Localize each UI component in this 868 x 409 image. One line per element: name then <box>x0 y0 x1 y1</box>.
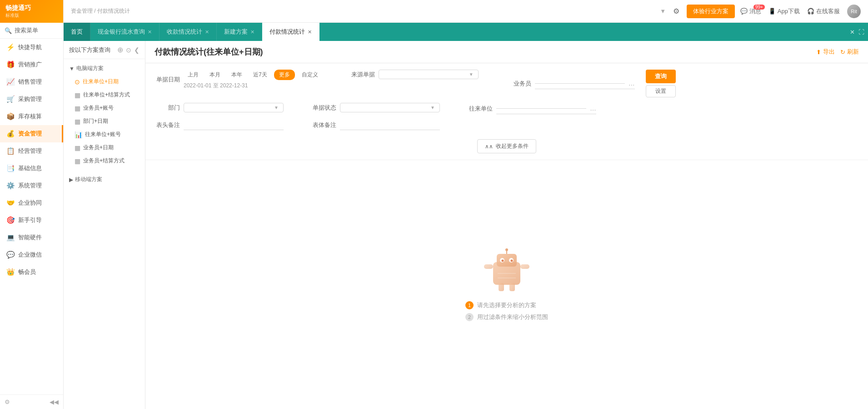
operation-icon: 📋 <box>6 147 15 155</box>
schema-unit-payment[interactable]: ▦ 往来单位+结算方式 <box>64 88 145 101</box>
export-label: 导出 <box>823 48 835 56</box>
schema-staff-payment[interactable]: ▦ 业务员+结算方式 <box>64 154 145 167</box>
header-note-label: 表头备注 <box>155 121 180 129</box>
tab-cashflow-label: 现金银行流水查询 <box>98 28 145 36</box>
counterpart-select[interactable]: … <box>496 103 596 114</box>
sidebar-item-enterprise[interactable]: 🤝 企业协同 <box>0 194 63 212</box>
tab-home[interactable]: 首页 <box>64 23 90 41</box>
filter-header-note: 表头备注 <box>155 120 284 130</box>
date-option-more[interactable]: 更多 <box>274 70 295 80</box>
nav-label: 资金管理 <box>18 130 42 138</box>
tab-payment-stat[interactable]: 收款情况统计 ✕ <box>160 23 217 41</box>
finance-icon: 💰 <box>6 130 15 138</box>
sidebar: 畅捷通巧 标准版 🔍 搜索菜单 ⚡ 快捷导航 🎁 营销推广 📈 销售管理 🛒 <box>0 0 64 409</box>
date-option-last-month[interactable]: 上月 <box>184 70 203 80</box>
settings-button[interactable]: 设置 <box>646 85 676 97</box>
tab-close-all-icon[interactable]: ✕ <box>850 29 855 35</box>
add-schema-icon[interactable]: ⊕ <box>117 45 123 54</box>
staff-select[interactable]: … <box>535 78 635 89</box>
sidebar-search[interactable]: 🔍 搜索菜单 <box>0 23 63 39</box>
tab-pay-stat-close[interactable]: ✕ <box>308 29 312 35</box>
filter-row-1: 单据日期 上月 本月 本年 近7天 更多 自定义 20 <box>155 70 859 97</box>
schema-icon-active: ⊙ <box>75 78 80 86</box>
header-right: 💬 消息 99+ 📱 App下载 🎧 在线客服 Rit <box>740 5 861 18</box>
schema-dept-date[interactable]: ▦ 部门+日期 <box>64 115 145 128</box>
tab-new-schema[interactable]: 新建方案 ✕ <box>217 23 262 41</box>
mobile-section-title[interactable]: ▶ 移动端方案 <box>64 173 145 186</box>
svg-rect-11 <box>509 283 515 291</box>
left-panel-header: 按以下方案查询 ⊕ ⊙ ❮ <box>64 41 145 59</box>
sidebar-item-member[interactable]: 👑 畅会员 <box>0 263 63 281</box>
sidebar-item-finance[interactable]: 💰 资金管理 <box>0 125 63 142</box>
content-area: 按以下方案查询 ⊕ ⊙ ❮ ▼ 电脑端方案 ⊙ 往来单位+日期 <box>64 41 868 409</box>
page-header-actions: ⬆ 导出 ↻ 刷新 <box>816 48 859 56</box>
logo-sub: 标准版 <box>5 12 31 19</box>
filter-body-note: 表体备注 <box>311 120 440 130</box>
schema-label: 业务员+账号 <box>83 104 114 112</box>
query-button[interactable]: 查询 <box>646 70 676 83</box>
header-note-input[interactable] <box>184 120 284 130</box>
date-option-this-month[interactable]: 本月 <box>205 70 224 80</box>
dept-select[interactable]: ▼ <box>184 103 284 112</box>
sidebar-item-operation[interactable]: 📋 经营管理 <box>0 142 63 160</box>
left-panel: 按以下方案查询 ⊕ ⊙ ❮ ▼ 电脑端方案 ⊙ 往来单位+日期 <box>64 41 145 409</box>
tab-payment-label: 收款情况统计 <box>167 28 202 36</box>
sidebar-item-purchase[interactable]: 🛒 采购管理 <box>0 91 63 108</box>
sidebar-item-quicknav[interactable]: ⚡ 快捷导航 <box>0 39 63 56</box>
schema-staff-date[interactable]: ▦ 业务员+日期 <box>64 141 145 154</box>
industry-btn[interactable]: 体验行业方案 <box>687 5 735 18</box>
export-btn[interactable]: ⬆ 导出 <box>816 48 835 56</box>
staff-dots-icon[interactable]: … <box>629 80 635 87</box>
tab-cashflow[interactable]: 现金银行流水查询 ✕ <box>90 23 160 41</box>
dropdown-arrow-icon[interactable]: ▼ <box>660 8 666 15</box>
settings-gear-icon[interactable]: ⚙ <box>673 7 679 15</box>
footer-settings-icon[interactable]: ⚙ <box>5 399 10 405</box>
sidebar-item-hardware[interactable]: 💻 智能硬件 <box>0 229 63 246</box>
schema-staff-account[interactable]: ▦ 业务员+账号 <box>64 101 145 115</box>
purchase-icon: 🛒 <box>6 95 15 103</box>
sidebar-item-sales[interactable]: 📈 销售管理 <box>0 73 63 91</box>
sidebar-item-system[interactable]: ⚙️ 系统管理 <box>0 177 63 194</box>
page-title: 付款情况统计(往来单位+日期) <box>155 46 263 57</box>
tab-expand-icon[interactable]: ⛶ <box>858 29 864 35</box>
tab-payment-close[interactable]: ✕ <box>205 29 209 35</box>
collapse-panel-icon[interactable]: ❮ <box>134 46 140 54</box>
schema-unit-date[interactable]: ⊙ 往来单位+日期 <box>64 75 145 88</box>
counterpart-dots-icon[interactable]: … <box>590 105 596 112</box>
app-label: App下载 <box>778 7 800 15</box>
tab-cashflow-close[interactable]: ✕ <box>148 29 152 35</box>
date-option-this-year[interactable]: 本年 <box>227 70 246 80</box>
settings-schema-icon[interactable]: ⊙ <box>126 46 131 54</box>
online-service-btn[interactable]: 🎧 在线客服 <box>807 7 840 15</box>
schema-label: 部门+日期 <box>83 117 108 125</box>
export-icon: ⬆ <box>816 49 821 56</box>
schema-icon: ▦ <box>75 91 80 99</box>
sidebar-item-wechat[interactable]: 💬 企业微信 <box>0 246 63 263</box>
footer-collapse-icon[interactable]: ◀◀ <box>50 399 59 405</box>
tab-pay-stat[interactable]: 付款情况统计 ✕ <box>262 23 319 41</box>
schema-unit-account[interactable]: 📊 往来单位+账号 <box>64 128 145 141</box>
app-download-btn[interactable]: 📱 App下载 <box>768 7 800 15</box>
collapse-btn[interactable]: ∧∧ 收起更多条件 <box>477 139 536 153</box>
body-note-input[interactable] <box>340 120 440 130</box>
tab-new-schema-close[interactable]: ✕ <box>250 29 254 35</box>
hardware-icon: 💻 <box>6 233 15 242</box>
nav-label: 经营管理 <box>18 147 42 155</box>
sidebar-item-marketing[interactable]: 🎁 营销推广 <box>0 56 63 73</box>
date-option-7days[interactable]: 近7天 <box>249 70 271 80</box>
sidebar-item-guide[interactable]: 🎯 新手引导 <box>0 212 63 229</box>
user-avatar[interactable]: Rit <box>847 5 861 18</box>
message-badge: 99+ <box>753 5 765 10</box>
marketing-icon: 🎁 <box>6 61 15 69</box>
date-label: 单据日期 <box>155 76 180 84</box>
date-option-custom[interactable]: 自定义 <box>298 70 322 80</box>
sidebar-item-basic[interactable]: 📑 基础信息 <box>0 160 63 177</box>
source-select[interactable]: ▼ <box>379 70 479 79</box>
doc-status-select[interactable]: ▼ <box>340 103 440 112</box>
refresh-btn[interactable]: ↻ 刷新 <box>840 48 859 56</box>
desktop-section-title[interactable]: ▼ 电脑端方案 <box>64 62 145 75</box>
sidebar-item-inventory[interactable]: 📦 库存核算 <box>0 108 63 125</box>
message-btn[interactable]: 💬 消息 99+ <box>740 7 761 15</box>
counterpart-label: 往来单位 <box>467 105 493 113</box>
hint-num-2: 2 <box>465 313 474 321</box>
